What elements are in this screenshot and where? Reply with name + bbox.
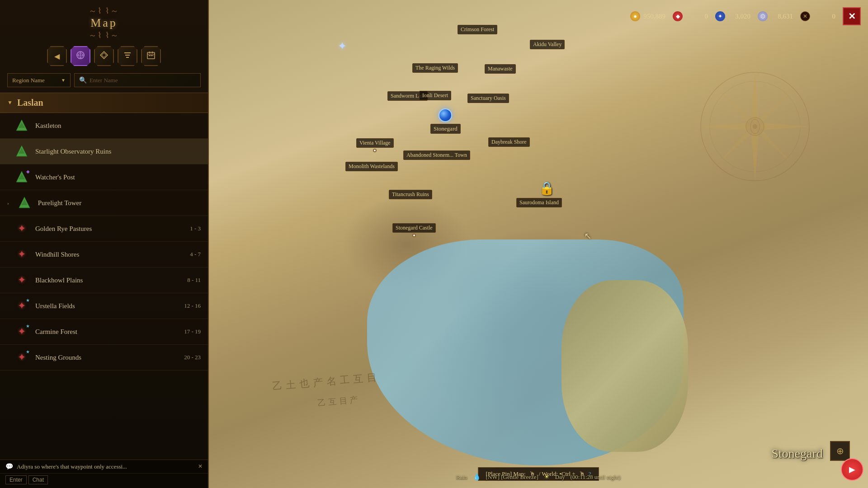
map-marker-castle[interactable]: Stonegard Castle xyxy=(392,223,436,237)
svg-rect-13 xyxy=(149,55,150,56)
gold-icon: ● xyxy=(630,11,640,21)
location-triangle-icon xyxy=(18,196,31,210)
ornament-bottom: ～⌇ ⌇～ xyxy=(0,30,208,41)
compass-icon: ⊕ xyxy=(836,446,844,456)
chat-message: Adiyra so where's that waypoint only acc… xyxy=(17,463,194,470)
subscribe-icon[interactable]: ▶ xyxy=(841,458,863,481)
map-marker-ionli[interactable]: Ionli Desert xyxy=(419,91,451,100)
map-marker-stonegard[interactable]: Stonegard xyxy=(430,108,461,134)
akidu-label: Akidu Valley xyxy=(530,40,565,49)
close-icon: ✕ xyxy=(848,11,856,22)
gold-currency: ● 950,889 xyxy=(630,11,665,21)
subscribe-badge: ▶ xyxy=(841,458,863,481)
search-input[interactable] xyxy=(90,77,196,84)
panel-title: Map xyxy=(0,16,208,30)
map-marker-saurodoma[interactable]: Saurodoma Island xyxy=(516,198,562,207)
gem-value: 0 xyxy=(685,13,708,20)
gold-value: 950,889 xyxy=(643,13,665,20)
vienta-label: Vienta Village xyxy=(356,138,394,148)
left-panel: ～⌇ ⌇～ Map ～⌇ ⌇～ ◀ xyxy=(0,0,209,488)
list-item-kastleton[interactable]: Kastleton xyxy=(0,113,208,139)
close-map-button[interactable]: ✕ xyxy=(843,7,861,25)
blackhowl-icon-wrap: ✦ xyxy=(14,272,30,288)
list-item-golden-rye[interactable]: ✦ Golden Rye Pastures 1 - 3 xyxy=(0,216,208,242)
list-item-blackhowl[interactable]: ✦ Blackhowl Plains 8 - 11 xyxy=(0,267,208,293)
list-item-starlight[interactable]: Starlight Observatory Ruins xyxy=(0,139,208,164)
raging-wilds-label: The Raging Wilds xyxy=(412,63,458,73)
list-item-carmine[interactable]: ✦ ★ Carmine Forest 17 - 19 xyxy=(0,319,208,345)
windhill-icon-wrap: ✦ xyxy=(14,246,30,263)
region-name: Laslan xyxy=(17,98,43,108)
map-marker-crimson[interactable]: Crimson Forest xyxy=(458,25,497,34)
weather-bar: Rain 💧 [NW] [Gentle Breeze] ☀ Day (00:11… xyxy=(456,473,621,481)
svg-rect-14 xyxy=(151,55,152,56)
sanctuary-label: Sanctuary Oasis xyxy=(467,94,509,103)
location-level-blackhowl: 8 - 11 xyxy=(187,277,201,284)
chat-action-bar: Enter Chat xyxy=(0,473,208,488)
map-marker-akidu[interactable]: Akidu Valley xyxy=(530,40,565,49)
current-location-name: Stonegard xyxy=(771,446,823,461)
combat-icon: ✦ xyxy=(18,249,26,260)
gem-icon: ◆ xyxy=(673,11,683,21)
list-item-windhill[interactable]: ✦ Windhill Shores 4 - 7 xyxy=(0,242,208,267)
kastleton-icon-wrap xyxy=(14,117,30,134)
map-marker-sanctuary[interactable]: Sanctuary Oasis xyxy=(467,94,509,103)
list-item-watchers-post[interactable]: ◆ Watcher's Post xyxy=(0,164,208,190)
map-marker-daybreak[interactable]: Daybreak Shore xyxy=(488,137,530,147)
gem-currency: ◆ 0 xyxy=(673,11,708,21)
panel-header: ～⌇ ⌇～ Map ～⌇ ⌇～ xyxy=(0,0,208,42)
map-marker-monolith[interactable]: Monolith Wastelands xyxy=(345,162,398,171)
lock-icon: 🔒 xyxy=(539,181,555,196)
calendar-button[interactable] xyxy=(141,46,161,66)
day-label: Day xyxy=(555,474,565,481)
location-triangle-icon xyxy=(15,145,28,158)
region-select[interactable]: Region Name ▼ xyxy=(7,73,71,87)
list-item-urstella[interactable]: ✦ ★ Urstella Fields 12 - 16 xyxy=(0,293,208,319)
watchers-post-icon-wrap: ◆ xyxy=(14,169,30,185)
saurodoma-label: Saurodoma Island xyxy=(516,198,562,207)
region-select-label: Region Name xyxy=(12,77,45,84)
map-area[interactable]: 乙土也产名工互目 乙互目产 ✦ ● 950,889 ◆ 0 ✦ xyxy=(209,0,868,488)
sun-icon: ☀ xyxy=(544,473,550,481)
cross-currency: ✕ 0 xyxy=(800,11,835,21)
location-name-carmine: Carmine Forest xyxy=(35,328,177,336)
north-arrow: ✦ xyxy=(338,40,347,52)
map-marker-manawaste[interactable]: Manawaste xyxy=(485,64,516,74)
star-icon: ★ xyxy=(26,324,30,328)
map-island xyxy=(561,280,688,452)
castle-label: Stonegard Castle xyxy=(392,223,436,233)
map-marker-titancrush[interactable]: Titancrush Ruins xyxy=(389,190,432,199)
waypoint-button[interactable] xyxy=(94,46,114,66)
combat-icon: ✦ xyxy=(18,300,26,312)
purple-gem-icon: ◆ xyxy=(26,169,30,174)
sub-expand-arrow: › xyxy=(7,200,9,206)
star-icon: ★ xyxy=(26,298,30,303)
svg-rect-15 xyxy=(152,55,153,56)
map-marker-vienta[interactable]: Vienta Village xyxy=(356,138,394,152)
map-mode-button[interactable] xyxy=(71,46,90,66)
rain-icon: 💧 xyxy=(473,473,481,481)
back-button[interactable]: ◀ xyxy=(47,46,67,66)
back-icon: ◀ xyxy=(54,52,60,61)
enter-chat-button[interactable]: Enter xyxy=(5,475,27,484)
combat-icon: ✦ xyxy=(18,274,26,286)
combat-icon: ✦ xyxy=(18,352,26,363)
purelight-icon-wrap xyxy=(16,195,33,211)
titancrush-label: Titancrush Ruins xyxy=(389,190,432,199)
monolith-label: Monolith Wastelands xyxy=(345,162,398,171)
list-item-purelight-tower[interactable]: › Purelight Tower xyxy=(0,190,208,216)
map-marker-abandoned[interactable]: Abandoned Stonem... Town xyxy=(403,150,470,160)
location-level-windhill: 4 - 7 xyxy=(190,251,201,258)
chat-button[interactable]: Chat xyxy=(28,475,48,484)
wind-label: [NW] [Gentle Breeze] xyxy=(486,474,538,481)
region-header-laslan[interactable]: ▼ Laslan xyxy=(0,93,208,113)
time-until-night: (00:11:28 until night) xyxy=(570,474,620,481)
chat-close-button[interactable]: ✕ xyxy=(198,463,203,470)
toolbar: ◀ xyxy=(0,42,208,71)
location-level-carmine: 17 - 19 xyxy=(184,328,201,335)
filter-button[interactable] xyxy=(118,46,137,66)
location-name-golden-rye: Golden Rye Pastures xyxy=(35,225,183,233)
map-marker-raging-wilds[interactable]: The Raging Wilds xyxy=(412,63,458,73)
waypoint-icon xyxy=(99,51,108,61)
list-item-nesting-grounds[interactable]: ✦ ★ Nesting Grounds 20 - 23 xyxy=(0,345,208,371)
